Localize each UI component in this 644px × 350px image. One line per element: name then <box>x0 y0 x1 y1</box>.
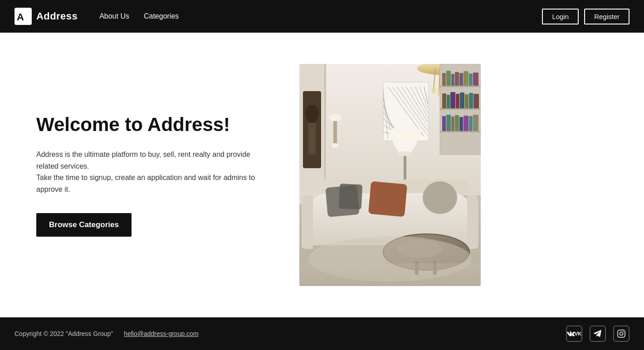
svg-rect-78 <box>339 184 363 210</box>
logo-text: Address <box>36 10 78 22</box>
site-footer: Copyright © 2022 "Address Group" hello@a… <box>0 317 644 350</box>
hero-image <box>299 64 481 286</box>
nav-categories[interactable]: Categories <box>144 12 179 20</box>
footer-email[interactable]: hello@address-group.com <box>124 330 198 337</box>
svg-rect-59 <box>465 94 468 108</box>
svg-rect-48 <box>451 74 454 86</box>
room-illustration <box>299 64 481 286</box>
logo-icon: A <box>15 8 32 25</box>
instagram-social-icon[interactable] <box>613 326 629 342</box>
svg-rect-49 <box>455 72 459 86</box>
logo-area[interactable]: A Address <box>15 8 78 25</box>
telegram-social-icon[interactable] <box>590 326 606 342</box>
svg-point-77 <box>423 181 457 214</box>
svg-rect-53 <box>473 73 478 86</box>
svg-rect-67 <box>463 116 468 131</box>
svg-rect-85 <box>299 263 481 286</box>
svg-rect-20 <box>333 118 337 146</box>
register-button[interactable]: Register <box>584 9 629 24</box>
svg-rect-64 <box>451 117 454 131</box>
svg-rect-51 <box>463 71 468 86</box>
svg-point-87 <box>620 332 623 335</box>
main-nav: About Us Categories <box>99 12 542 20</box>
hero-text-area: Welcome to Address! Address is the ultim… <box>36 113 272 237</box>
svg-text:A: A <box>17 11 24 23</box>
svg-rect-57 <box>456 94 459 108</box>
svg-rect-62 <box>442 116 446 131</box>
svg-rect-19 <box>308 123 316 155</box>
svg-rect-58 <box>460 92 464 108</box>
hero-description: Address is the ultimate platform to buy,… <box>36 149 272 195</box>
svg-point-18 <box>305 105 319 123</box>
svg-rect-44 <box>440 108 481 110</box>
svg-rect-65 <box>455 115 459 131</box>
svg-rect-56 <box>450 92 455 108</box>
svg-rect-46 <box>442 73 446 86</box>
svg-rect-66 <box>459 117 463 131</box>
svg-rect-50 <box>459 73 463 86</box>
svg-rect-69 <box>473 115 478 131</box>
login-button[interactable]: Login <box>542 9 579 24</box>
svg-point-73 <box>398 151 412 156</box>
nav-about[interactable]: About Us <box>99 12 129 20</box>
svg-point-88 <box>623 331 624 332</box>
svg-rect-43 <box>440 86 481 87</box>
svg-rect-68 <box>469 116 473 131</box>
svg-point-21 <box>329 114 342 121</box>
svg-rect-45 <box>440 131 481 132</box>
footer-social <box>566 326 629 342</box>
vk-social-icon[interactable] <box>566 326 582 342</box>
svg-rect-60 <box>469 93 473 108</box>
hero-section: Welcome to Address! Address is the ultim… <box>0 33 644 317</box>
svg-rect-76 <box>368 181 407 217</box>
svg-point-74 <box>396 133 414 140</box>
svg-rect-54 <box>442 93 446 108</box>
footer-left: Copyright © 2022 "Address Group" hello@a… <box>15 330 199 337</box>
footer-copyright: Copyright © 2022 "Address Group" <box>15 330 113 337</box>
header-actions: Login Register <box>542 9 629 24</box>
svg-rect-47 <box>446 71 451 86</box>
svg-rect-63 <box>446 115 451 131</box>
hero-title: Welcome to Address! <box>36 113 272 136</box>
browse-categories-button[interactable]: Browse Categories <box>36 213 132 237</box>
svg-rect-55 <box>447 95 450 108</box>
svg-point-12 <box>432 87 435 94</box>
svg-rect-52 <box>469 73 473 86</box>
svg-rect-61 <box>473 94 479 108</box>
site-header: A Address About Us Categories Login Regi… <box>0 0 644 33</box>
svg-point-22 <box>332 143 339 148</box>
svg-rect-86 <box>618 330 625 337</box>
